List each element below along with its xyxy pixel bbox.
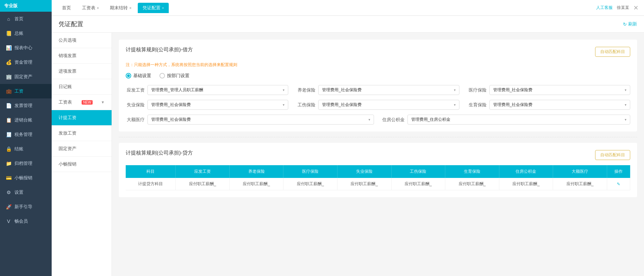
auto-match-credit-button[interactable]: 自动匹配科目	[595, 150, 630, 160]
tax-icon: 🧾	[6, 132, 12, 137]
left-nav-label-payroll_table: 工资表	[59, 99, 72, 105]
section1-note: 注：只能选择一种方式，系统将按照您当前的选择来配置规则	[126, 62, 630, 68]
funds-icon: 💰	[6, 60, 12, 65]
form-select-value-1-0: 管理费用_社会保险费	[151, 102, 191, 108]
sidebar-label-tax: 税务管理	[14, 131, 32, 138]
sidebar-item-salary[interactable]: 💼工资	[0, 84, 52, 98]
radio-dept-circle	[159, 73, 165, 78]
left-nav-purchase_invoice[interactable]: 进项发票	[52, 64, 112, 79]
tab-label-home: 首页	[62, 5, 71, 11]
col-header-应发工资: 应发工资	[176, 165, 230, 178]
sidebar-label-close: 结账	[14, 146, 23, 152]
radio-group: 基础设置 按部门设置	[126, 73, 630, 79]
radio-dept[interactable]: 按部门设置	[159, 73, 189, 79]
chevron-down-icon: ▾	[368, 118, 370, 121]
main-content: 首页工资表×期末结转×凭证配置× 人工客服 徐某某 ✕ 凭证配置 ↻ 刷新 公共…	[52, 0, 644, 276]
chevron-down-icon: ▾	[283, 88, 284, 92]
form-grid: 应发工资 管理费用_管理人员职工薪酬 ▾ 养老保险 管理费用_社会保险费 ▾ 医…	[126, 85, 630, 125]
left-nav-label-distribute_salary: 发放工资	[59, 130, 76, 136]
sidebar-item-funds[interactable]: 💰资金管理	[0, 55, 52, 70]
table-cell-0-4: 应付职工薪酬_	[337, 178, 392, 190]
sidebar-item-home[interactable]: ⌂首页	[0, 12, 52, 26]
form-select-value-2-0: 管理费用_社会保险费	[151, 117, 191, 123]
sidebar-item-close[interactable]: 🔒结账	[0, 142, 52, 156]
sidebar-label-ledger: 总账	[14, 30, 23, 36]
auto-match-debit-button[interactable]: 自动匹配科目	[595, 47, 630, 57]
left-nav: 公共选项销项发票进项发票日记账工资表NEW▼计提工资发放工资固定资产小畅报销	[52, 33, 112, 276]
sidebar-item-sales[interactable]: 📋进销台账	[0, 113, 52, 127]
section-debit: 计提核算规则(公司承担)-借方 自动匹配科目 注：只能选择一种方式，系统将按照您…	[119, 40, 637, 131]
tab-bar: 首页工资表×期末结转×凭证配置× 人工客服 徐某某 ✕	[52, 0, 644, 16]
tab-voucher_config[interactable]: 凭证配置×	[138, 3, 169, 13]
tab-label-period_close: 期末结转	[110, 5, 128, 11]
form-row-2: 大额医疗 管理费用_社会保险费 ▾ 住房公积金 管理费用_住房公积金 ▾	[126, 115, 630, 125]
tab-home[interactable]: 首页	[57, 3, 76, 13]
form-select-value-0-1: 管理费用_社会保险费	[322, 87, 362, 93]
user-name: 徐某某	[617, 5, 629, 11]
sidebar-item-guide[interactable]: 🚀新手引导	[0, 200, 52, 214]
left-nav-distribute_salary[interactable]: 发放工资	[52, 126, 112, 141]
col-header-医疗保险: 医疗保险	[283, 165, 337, 178]
radio-basic-circle	[126, 73, 131, 78]
tab-period_close[interactable]: 期末结转×	[105, 3, 136, 13]
form-label-0-2: 医疗保险	[468, 87, 487, 93]
form-select-2-0[interactable]: 管理费用_社会保险费 ▾	[147, 115, 374, 125]
col-header-生育保险: 生育保险	[445, 165, 499, 178]
table-cell-0-6: 应付职工薪酬_	[445, 178, 499, 190]
form-label-2-0: 大额医疗	[126, 117, 145, 123]
vip-icon: V	[6, 219, 12, 224]
col-header-工伤保险: 工伤保险	[391, 165, 445, 178]
left-nav-journal[interactable]: 日记账	[52, 79, 112, 95]
tab-close-payroll[interactable]: ×	[97, 6, 99, 10]
sidebar-label-salary: 工资	[14, 88, 23, 94]
sidebar-item-ledger[interactable]: 📒总账	[0, 26, 52, 41]
left-nav-payroll_table[interactable]: 工资表NEW▼	[52, 95, 112, 110]
sidebar-item-expense[interactable]: 💳小畅报销	[0, 171, 52, 185]
form-select-1-1[interactable]: 管理费用_社会保险费 ▾	[318, 100, 459, 110]
col-header-住房公积金: 住房公积金	[499, 165, 553, 178]
left-nav-label-sales_invoice: 销项发票	[59, 53, 76, 59]
invoice-icon: 📄	[6, 103, 12, 108]
left-nav-fixed_assets[interactable]: 固定资产	[52, 141, 112, 157]
form-select-1-2[interactable]: 管理费用_社会保险费 ▾	[489, 100, 630, 110]
close-icon: 🔒	[6, 146, 12, 152]
sidebar-item-settings[interactable]: ⚙设置	[0, 185, 52, 200]
form-select-2-1[interactable]: 管理费用_住房公积金 ▾	[407, 115, 631, 125]
form-select-1-0[interactable]: 管理费用_社会保险费 ▾	[147, 100, 288, 110]
sidebar-item-reports[interactable]: 📊报表中心	[0, 41, 52, 55]
sidebar-item-vip[interactable]: V畅会员	[0, 214, 52, 229]
tab-close-voucher_config[interactable]: ×	[162, 6, 164, 10]
sidebar-label-expense: 小畅报销	[14, 175, 32, 181]
form-field-0-0: 应发工资 管理费用_管理人员职工薪酬 ▾	[126, 85, 288, 95]
sidebar-item-archive[interactable]: 📁归档管理	[0, 156, 52, 171]
form-label-1-0: 失业保险	[126, 102, 145, 108]
sidebar-item-tax[interactable]: 🧾税务管理	[0, 127, 52, 142]
sidebar-label-home: 首页	[14, 16, 23, 22]
form-select-0-0[interactable]: 管理费用_管理人员职工薪酬 ▾	[147, 85, 288, 95]
tab-payroll[interactable]: 工资表×	[77, 3, 104, 13]
table-cell-0-9[interactable]: ✎	[607, 178, 630, 190]
global-close-icon[interactable]: ✕	[633, 4, 638, 12]
left-nav-sales_invoice[interactable]: 销项发票	[52, 48, 112, 64]
form-field-0-1: 养老保险 管理费用_社会保险费 ▾	[297, 85, 459, 95]
left-nav-public_options[interactable]: 公共选项	[52, 33, 112, 48]
form-row-0: 应发工资 管理费用_管理人员职工薪酬 ▾ 养老保险 管理费用_社会保险费 ▾ 医…	[126, 85, 630, 95]
sidebar-item-assets[interactable]: 🏢固定资产	[0, 70, 52, 84]
left-nav-label-purchase_invoice: 进项发票	[59, 68, 76, 74]
chevron-down-icon: ▾	[454, 88, 456, 92]
sidebar-item-invoice[interactable]: 📄发票管理	[0, 98, 52, 113]
left-nav-label-fixed_assets: 固定资产	[59, 146, 76, 152]
sidebar-label-settings: 设置	[14, 189, 23, 195]
form-select-0-1[interactable]: 管理费用_社会保险费 ▾	[318, 85, 459, 95]
tab-close-period_close[interactable]: ×	[129, 6, 131, 10]
radio-basic[interactable]: 基础设置	[126, 73, 151, 79]
form-label-2-1: 住房公积金	[382, 117, 405, 123]
left-nav-accrual_salary[interactable]: 计提工资	[52, 110, 112, 126]
form-select-value-0-0: 管理费用_管理人员职工薪酬	[151, 87, 203, 93]
refresh-button[interactable]: ↻ 刷新	[623, 21, 637, 27]
form-label-1-1: 工伤保险	[297, 102, 315, 108]
form-select-0-2[interactable]: 管理费用_社会保险费 ▾	[489, 85, 630, 95]
left-nav-label-public_options: 公共选项	[59, 37, 76, 43]
user-service[interactable]: 人工客服	[596, 5, 613, 11]
left-nav-petty_expense[interactable]: 小畅报销	[52, 157, 112, 172]
